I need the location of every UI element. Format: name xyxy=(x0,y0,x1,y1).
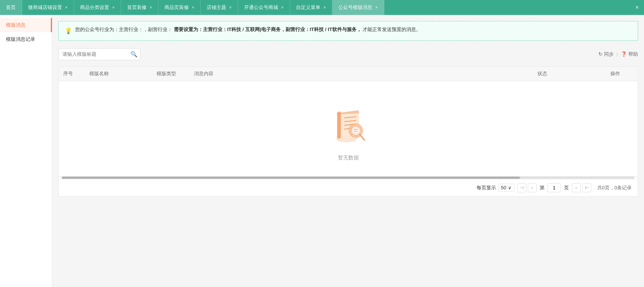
page-nav: ⊣ ‹ 第 页 › ⊢ xyxy=(517,183,591,192)
last-page-button[interactable]: ⊢ xyxy=(582,183,591,192)
notice-highlight: 需要设置为：主营行业：IT科技 / 互联网|电子商务，副营行业：IT科技 / I… xyxy=(174,27,361,32)
tab-home-decor-close[interactable]: × xyxy=(150,5,152,10)
table-header: 序号 模版名称 模版类型 消息内容 状态 操作 xyxy=(59,67,638,81)
empty-text: 暂无数据 xyxy=(338,155,359,161)
tab-open-shop[interactable]: 开通公众号商城 × xyxy=(238,0,290,15)
search-input[interactable] xyxy=(58,48,141,60)
sidebar: 模版消息 模版消息记录 xyxy=(0,15,52,287)
prev-page-button[interactable]: ‹ xyxy=(528,183,537,192)
sidebar-item-template-msg-label: 模版消息 xyxy=(6,22,25,28)
horizontal-scrollbar[interactable] xyxy=(59,176,638,179)
empty-illustration xyxy=(326,104,371,149)
page-word: 第 xyxy=(540,184,545,191)
tab-product-decor-close[interactable]: × xyxy=(192,5,194,10)
scrollbar-track xyxy=(62,177,635,179)
close-all-tabs-button[interactable]: × xyxy=(630,4,644,11)
search-button[interactable]: 🔍 xyxy=(130,51,138,58)
content-area: 💡 您的公众号行业为：主营行业：，副营行业： 需要设置为：主营行业：IT科技 /… xyxy=(52,15,644,287)
page-size-select: 每页显示 50 ∨ xyxy=(477,184,514,192)
tab-wechat-shop-close[interactable]: × xyxy=(65,5,68,10)
sidebar-item-template-record-label: 模版消息记录 xyxy=(6,36,35,42)
page-size-dropdown[interactable]: 50 ∨ xyxy=(498,184,514,192)
th-seq: 序号 xyxy=(59,67,85,81)
th-status: 状态 xyxy=(533,67,593,81)
help-label: 帮助 xyxy=(628,51,638,58)
sync-label: 同步 xyxy=(604,51,614,58)
sync-button[interactable]: ↻ 同步 xyxy=(598,51,614,58)
page-total: 共0页，0条记录 xyxy=(597,184,632,191)
tab-template-msg-label: 公众号模版消息 xyxy=(338,4,372,11)
sync-icon: ↻ xyxy=(598,51,603,57)
page-unit: 页 xyxy=(564,184,569,191)
tab-category[interactable]: 商品分类设置 × xyxy=(74,0,121,15)
tab-open-shop-close[interactable]: × xyxy=(281,5,284,10)
pagination: 每页显示 50 ∨ ⊣ ‹ 第 页 › ⊢ 共0页，0条记录 xyxy=(59,179,638,196)
tab-shop-theme-label: 店铺主题 xyxy=(207,4,226,11)
tab-home-decor-label: 首页装修 xyxy=(127,4,147,11)
tab-product-decor[interactable]: 商品页装修 × xyxy=(158,0,201,15)
tab-home-decor[interactable]: 首页装修 × xyxy=(121,0,158,15)
empty-state: 暂无数据 xyxy=(59,81,638,176)
sidebar-item-template-msg[interactable]: 模版消息 xyxy=(0,18,52,32)
main-layout: 模版消息 模版消息记录 💡 您的公众号行业为：主营行业：，副营行业： 需要设置为… xyxy=(0,15,644,287)
tab-product-decor-label: 商品页装修 xyxy=(164,4,189,11)
tab-bar: 首页 微商城店铺设置 × 商品分类设置 × 首页装修 × 商品页装修 × 店铺主… xyxy=(0,0,644,15)
tab-custom-menu[interactable]: 自定义菜单 × xyxy=(290,0,332,15)
tab-wechat-shop[interactable]: 微商城店铺设置 × xyxy=(22,0,74,15)
search-bar: 🔍 ↻ 同步 | ❓ 帮助 xyxy=(58,48,638,60)
tab-shop-theme-close[interactable]: × xyxy=(229,5,232,10)
th-name: 模版名称 xyxy=(85,67,152,81)
help-button[interactable]: ❓ 帮助 xyxy=(621,51,638,58)
tab-home-label: 首页 xyxy=(6,4,16,11)
tab-template-msg-close[interactable]: × xyxy=(375,5,378,10)
tab-custom-menu-close[interactable]: × xyxy=(323,5,326,10)
notice-text: 您的公众号行业为：主营行业：，副营行业： 需要设置为：主营行业：IT科技 / 互… xyxy=(75,26,421,34)
tab-category-label: 商品分类设置 xyxy=(80,4,109,11)
notice-prefix: 您的公众号行业为：主营行业：，副营行业： xyxy=(75,27,172,32)
svg-point-6 xyxy=(351,126,360,135)
data-table: 序号 模版名称 模版类型 消息内容 状态 操作 xyxy=(58,66,638,196)
notice-icon: 💡 xyxy=(65,26,72,36)
first-page-button[interactable]: ⊣ xyxy=(517,183,526,192)
th-action: 操作 xyxy=(593,67,638,81)
search-input-wrap: 🔍 xyxy=(58,48,141,60)
scrollbar-thumb xyxy=(62,177,520,179)
page-number-input[interactable] xyxy=(548,183,561,192)
svg-line-7 xyxy=(360,135,364,140)
dropdown-arrow-icon: ∨ xyxy=(508,185,512,190)
tab-custom-menu-label: 自定义菜单 xyxy=(296,4,320,11)
next-page-button[interactable]: › xyxy=(572,183,581,192)
notice-box: 💡 您的公众号行业为：主营行业：，副营行业： 需要设置为：主营行业：IT科技 /… xyxy=(58,21,638,41)
sidebar-item-template-record[interactable]: 模版消息记录 xyxy=(0,32,52,46)
tab-wechat-shop-label: 微商城店铺设置 xyxy=(28,4,62,11)
toolbar-right: ↻ 同步 | ❓ 帮助 xyxy=(598,51,638,58)
tab-open-shop-label: 开通公众号商城 xyxy=(244,4,278,11)
page-size-label: 每页显示 xyxy=(477,184,496,191)
toolbar-divider: | xyxy=(617,51,618,57)
page-size-value: 50 xyxy=(501,185,506,190)
th-content: 消息内容 xyxy=(189,67,533,81)
tab-shop-theme[interactable]: 店铺主题 × xyxy=(201,0,238,15)
th-type: 模版类型 xyxy=(152,67,189,81)
tab-home[interactable]: 首页 xyxy=(0,0,22,15)
notice-suffix: 才能正常发送预置的消息。 xyxy=(363,27,421,32)
tab-template-msg[interactable]: 公众号模版消息 × xyxy=(332,0,384,15)
help-icon: ❓ xyxy=(621,51,627,57)
tab-category-close[interactable]: × xyxy=(112,5,115,10)
